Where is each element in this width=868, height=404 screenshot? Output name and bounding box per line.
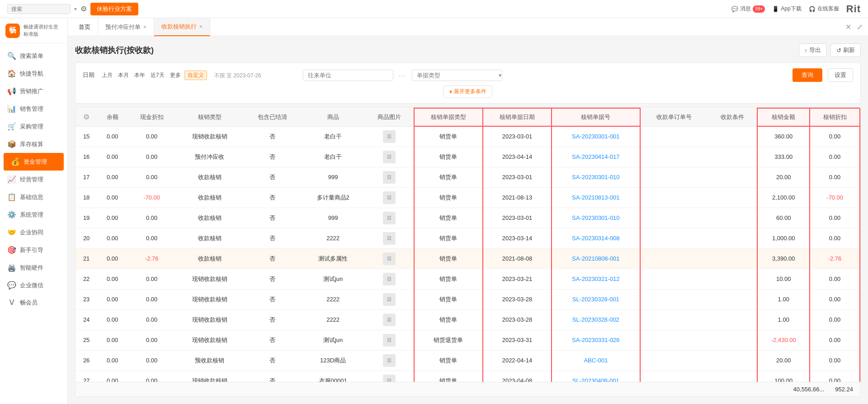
tab-collection[interactable]: 收款核销执行× [154,18,210,36]
message-button[interactable]: 💬 消息 99+ [731,5,765,13]
cell-goods-image: 🖼 [365,289,414,309]
doc-no-link[interactable]: SL-20230408-001 [572,377,619,382]
tab-close-prepay[interactable]: × [143,24,146,30]
doc-no-link[interactable]: SA-20230301-001 [572,133,620,140]
sidebar-item-system[interactable]: ⚙️系统管理 [0,206,67,223]
app-download-button[interactable]: 📱 App下载 [772,5,801,13]
tab-home[interactable]: 首页 [71,18,98,36]
refresh-button[interactable]: ↺ 刷新 [830,43,861,57]
col-settings[interactable]: ⚙ [75,108,97,126]
cell-receipt-order-no [640,228,708,248]
tab-close-all-button[interactable]: ✕ [844,21,853,33]
tab-prepay[interactable]: 预付冲应付单× [98,18,154,36]
sidebar-item-inventory[interactable]: 📦库存核算 [0,135,67,153]
expand-more-conditions-button[interactable]: ▾ 展开更多条件 [443,86,492,98]
cell-receipt-condition [708,228,757,248]
doc-no-link[interactable]: SL-20230328-001 [572,296,619,303]
tab-close-collection[interactable]: × [199,24,203,30]
gear-icon[interactable]: ⚙ [80,5,87,13]
online-service-button[interactable]: 🎧 在线客服 [809,5,839,13]
cell-doc-date: 2023-03-21 [483,269,552,289]
cell-goods-image: 🖼 [365,187,414,208]
table-container: ⚙ 余额 现金折扣 核销类型 包含已结清 商品 商品图片 核销单据类型 核销单据… [75,107,861,397]
sidebar-label-basic: 基础信息 [20,193,43,201]
export-button[interactable]: ↑ 导出 [799,43,827,57]
tab-expand-button[interactable]: ⤢ [855,21,864,33]
sidebar-item-marketing[interactable]: 📢营销推广 [0,82,67,100]
doc-no-link[interactable]: SA-20230321-012 [572,276,620,282]
cell-doc-no: SA-20230314-008 [552,228,640,248]
total-discount: 952.24 [835,386,853,393]
sidebar-item-guide[interactable]: 🎯新手引导 [0,241,67,259]
date-btn-this-month[interactable]: 本月 [116,71,131,80]
doc-no-link[interactable]: SA-20230414-017 [572,153,620,160]
date-btn-last-month[interactable]: 上月 [100,71,114,80]
cell-receipt-condition [708,167,757,187]
date-btn-this-year[interactable]: 本年 [132,71,147,80]
doc-no-link[interactable]: SA-20230301-010 [572,174,620,181]
sidebar-item-quick[interactable]: 🏠快捷导航 [0,65,67,82]
cell-cash-discount: -70.00 [127,187,176,208]
cell-doc-date: 2021-08-13 [483,187,552,208]
doc-no-link[interactable]: SA-20210813-001 [572,194,620,201]
doc-no-link[interactable]: SA-20210808-001 [572,255,620,262]
date-btn-7days[interactable]: 近7天 [149,71,166,80]
doc-no-link[interactable]: SA-20230331-026 [572,337,620,343]
doc-type-input[interactable] [412,70,502,81]
cell-receipt-order-no [640,208,708,228]
search-input[interactable] [7,4,71,14]
sidebar-item-purchase[interactable]: 🛒采购管理 [0,118,67,135]
cell-doc-date: 2023-03-28 [483,309,552,330]
cell-receipt-order-no [640,126,708,147]
basic-icon: 📋 [7,193,16,201]
table-row: 22 0.00 0.00 现销收款核销 否 测试jun 🖼 销货单 2023-0… [75,269,860,289]
goods-image: 🖼 [383,334,396,347]
cell-cash-discount: 0.00 [127,147,176,167]
cell-goods-image: 🖼 [365,228,414,248]
sidebar-label-hardware: 智能硬件 [20,264,43,272]
cell-num: 27 [75,371,97,382]
cell-receipt-order-no [640,350,708,371]
cell-write-off-discount: -70.00 [810,187,860,208]
goods-image: 🖼 [383,354,396,367]
guide-icon: 🎯 [7,246,16,254]
sidebar-item-collab[interactable]: 🤝企业协同 [0,223,67,241]
cell-write-off-discount: 0.00 [810,269,860,289]
cell-write-off-amount: 3,390.00 [757,248,810,269]
filter-settings-button[interactable]: 设置 [828,68,853,82]
cell-balance: 0.00 [97,208,127,228]
sidebar-item-member[interactable]: V畅会员 [0,294,67,311]
cell-include-settled: 否 [243,309,301,330]
doc-no-link[interactable]: SL-20230328-002 [572,316,619,323]
chevron-down-icon[interactable]: ▾ [74,6,77,12]
cell-write-off-amount: 100.00 [757,371,810,382]
sidebar-label-guide: 新手引导 [20,246,43,254]
doc-no-link[interactable]: SA-20230301-010 [572,214,620,221]
cell-receipt-condition [708,126,757,147]
cell-doc-type: 销货退货单 [414,330,483,350]
sidebar-item-basic[interactable]: 📋基础信息 [0,188,67,206]
from-unit-input[interactable] [303,70,393,81]
cell-balance: 0.00 [97,330,127,350]
table-row: 25 0.00 0.00 现销收款核销 否 测试jun 🖼 销货退货单 2023… [75,330,860,350]
cell-include-settled: 否 [243,228,301,248]
date-btn-custom[interactable]: 自定义 [184,71,207,80]
total-amount: 40,556,66... [793,386,825,393]
doc-no-link[interactable]: SA-20230314-008 [572,235,620,242]
query-button[interactable]: 查询 [793,68,822,82]
sidebar-item-finance[interactable]: 💰资金管理 [4,153,64,171]
sidebar-item-business[interactable]: 📈经营管理 [0,171,67,188]
sidebar-item-search[interactable]: 🔍搜索菜单 [0,47,67,65]
col-doc-type: 核销单据类型 [414,108,483,126]
industry-button[interactable]: 休验行业方案 [90,3,138,15]
sidebar-item-hardware[interactable]: 🖨️智能硬件 [0,259,67,276]
doc-no-link[interactable]: ABC-001 [584,357,608,364]
date-btn-more[interactable]: 更多 [168,71,183,80]
sidebar-item-sales[interactable]: 📊销售管理 [0,100,67,118]
rit-label: Rit [846,3,861,15]
cell-goods-image: 🖼 [365,269,414,289]
cell-cash-discount: 0.00 [127,126,176,147]
cell-write-off-amount: 20.00 [757,350,810,371]
table-wrap[interactable]: ⚙ 余额 现金折扣 核销类型 包含已结清 商品 商品图片 核销单据类型 核销单据… [75,108,860,382]
sidebar-item-wechat[interactable]: 💬企业微信 [0,276,67,294]
